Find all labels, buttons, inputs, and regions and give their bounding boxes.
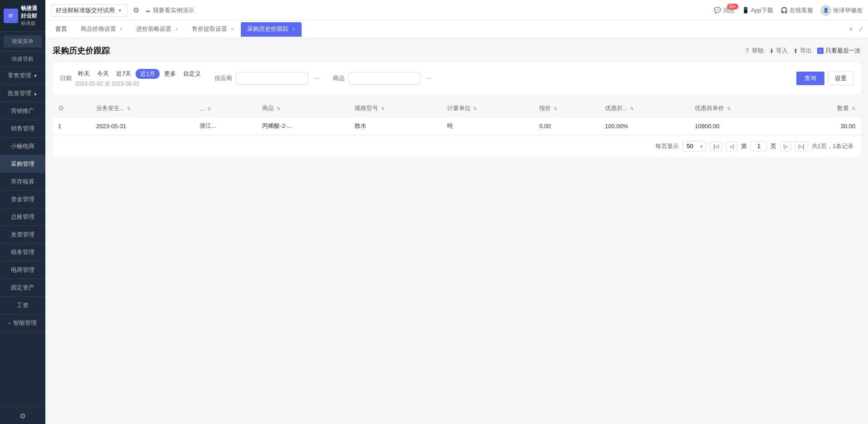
demo-button[interactable]: ☁ 我要看实例演示: [145, 6, 194, 14]
query-button[interactable]: 查询: [796, 72, 824, 85]
date-opt-yesterday[interactable]: 昨天: [75, 69, 93, 79]
sidebar-item-label: 批发管理: [8, 89, 31, 97]
import-label: 导入: [776, 47, 788, 55]
th-label: 商品: [262, 105, 274, 111]
last-page-button[interactable]: ▷|: [795, 141, 808, 151]
sidebar-item-label: 发票管理: [11, 231, 34, 239]
user-menu-button[interactable]: 👤 徐泽华修改: [820, 5, 863, 16]
date-opt-custom[interactable]: 自定义: [180, 69, 204, 79]
close-icon[interactable]: ×: [292, 26, 295, 32]
quick-nav-button[interactable]: 快捷导航: [0, 52, 45, 67]
sidebar-item-label: 智能管理: [13, 319, 37, 327]
th-product[interactable]: 商品 ⇅: [257, 100, 349, 117]
sidebar-item-ecommerce[interactable]: 电商管理: [0, 261, 45, 279]
sidebar-item-ai[interactable]: ● 智能管理: [0, 314, 45, 332]
tab-home[interactable]: 首页: [49, 22, 73, 37]
date-opt-1month[interactable]: 近1月: [136, 69, 160, 79]
sidebar-item-purchase[interactable]: 采购管理: [0, 155, 45, 173]
th-more1[interactable]: ... ⇅: [194, 100, 257, 117]
settings-icon[interactable]: ⚙: [20, 412, 26, 420]
product-input[interactable]: [348, 72, 421, 85]
sidebar-item-label: 库存核算: [11, 178, 34, 186]
app-label: App下载: [751, 6, 773, 14]
sidebar-item-label: 小畅电商: [11, 142, 34, 150]
sidebar-item-invoice[interactable]: 发票管理: [0, 226, 45, 244]
export-button[interactable]: ⬆ 导出: [793, 47, 812, 55]
date-label: 日期: [60, 74, 72, 82]
tab-purchase-strategy[interactable]: 进价策略设置 ×: [130, 22, 184, 37]
sidebar-item-label: 销售管理: [11, 125, 34, 133]
th-gear[interactable]: ⚙: [53, 100, 91, 117]
th-unit[interactable]: 计量单位 ⇅: [442, 100, 534, 117]
sidebar-item-wholesale[interactable]: 批发管理 ▲: [0, 85, 45, 102]
sidebar-bottom: ⚙: [0, 408, 45, 424]
filter-settings-button[interactable]: 设置: [828, 72, 853, 85]
product-dots[interactable]: ···: [424, 74, 434, 82]
expand-window-button[interactable]: ⤢: [858, 25, 864, 34]
close-icon[interactable]: ×: [175, 26, 178, 32]
next-page-button[interactable]: ▷: [780, 141, 791, 151]
supplier-dots[interactable]: ···: [312, 74, 322, 82]
filter-bar: 日期 昨天 今天 近7天 近1月 更多 自定义 2023-05-02 至 202…: [53, 63, 861, 94]
first-page-button[interactable]: |◁: [710, 141, 722, 151]
tab-sale-price[interactable]: 售价提取设置 ×: [185, 22, 240, 37]
only-last-checkbox[interactable]: ✓ 只看最后一次: [817, 47, 861, 55]
th-pre-discount-price[interactable]: 优惠前单价 ⇅: [689, 100, 795, 117]
supplier-input[interactable]: [236, 72, 308, 85]
sidebar-item-fixed-assets[interactable]: 固定资产: [0, 279, 45, 297]
import-button[interactable]: ⬇ 导入: [769, 47, 788, 55]
per-page-select[interactable]: 50 10 20 100: [683, 141, 706, 151]
sidebar-item-label: 工资: [17, 301, 29, 309]
service-label: 在线客服: [790, 6, 813, 14]
date-opt-today[interactable]: 今天: [94, 69, 112, 79]
tab-product-price[interactable]: 商品价格设置 ×: [74, 22, 129, 37]
sidebar-item-inventory[interactable]: 库存核算: [0, 173, 45, 191]
sidebar-item-finance[interactable]: 资金管理: [0, 191, 45, 208]
sidebar-item-payroll[interactable]: 工资: [0, 297, 45, 314]
close-window-button[interactable]: ×: [848, 24, 854, 34]
version-selector[interactable]: 好业财标准版交付试用 ▼: [51, 4, 127, 17]
th-quote[interactable]: 报价 ⇅: [534, 100, 599, 117]
th-label: 计量单位: [447, 105, 471, 111]
sidebar-item-ledger[interactable]: 总账管理: [0, 208, 45, 226]
sidebar-item-ecommerce-small[interactable]: 小畅电商: [0, 138, 45, 155]
sort-icon: ⇅: [207, 106, 211, 111]
date-opt-7days[interactable]: 近7天: [113, 69, 134, 79]
table-header-row: ⚙ 业务发生... ⇅ ... ⇅ 商品 ⇅: [53, 100, 861, 117]
export-icon: ⬆: [793, 48, 798, 54]
close-icon[interactable]: ×: [231, 26, 234, 32]
customer-service-button[interactable]: 🎧 在线客服: [780, 6, 813, 14]
th-spec[interactable]: 规格型号 ⇅: [349, 100, 442, 117]
message-button[interactable]: 💬 消息 99+: [714, 6, 735, 14]
sidebar-item-tax[interactable]: 税务管理: [0, 244, 45, 261]
topbar: 好业财标准版交付试用 ▼ ⚙ ☁ 我要看实例演示 💬 消息 99+ 📱 App下…: [45, 0, 868, 21]
sort-icon: ⇅: [127, 106, 131, 111]
sidebar-item-marketing[interactable]: 营销推广: [0, 102, 45, 120]
only-last-label: 只看最后一次: [825, 47, 861, 55]
search-menu-button[interactable]: 搜索菜单: [4, 35, 42, 48]
per-page-label: 每页显示: [655, 142, 679, 150]
tab-purchase-history[interactable]: 采购历史价跟踪 ×: [241, 22, 301, 37]
app-download-button[interactable]: 📱 App下载: [742, 6, 773, 14]
sort-icon: ⇅: [852, 106, 855, 111]
sidebar-item-label: 采购管理: [11, 160, 34, 168]
prev-page-button[interactable]: ◁: [726, 141, 737, 151]
gear-icon: ⚙: [58, 104, 64, 112]
app-icon: 📱: [742, 7, 749, 14]
sort-icon: ⇅: [381, 106, 385, 111]
date-opt-more[interactable]: 更多: [161, 69, 179, 79]
page-number-input[interactable]: [751, 141, 767, 151]
data-table: ⚙ 业务发生... ⇅ ... ⇅ 商品 ⇅: [53, 100, 861, 135]
th-quantity[interactable]: 数量 ⇅: [795, 100, 861, 117]
close-icon[interactable]: ×: [120, 26, 122, 32]
cell-index: 1: [53, 117, 91, 135]
settings-icon[interactable]: ⚙: [133, 6, 139, 14]
chevron-down-icon: ▼: [33, 73, 38, 78]
sidebar-item-retail[interactable]: 零售管理 ▼: [0, 67, 45, 85]
th-biz-date[interactable]: 业务发生... ⇅: [91, 100, 194, 117]
sidebar-item-sales[interactable]: 销售管理: [0, 120, 45, 138]
topbar-right: 💬 消息 99+ 📱 App下载 🎧 在线客服 👤 徐泽华修改: [714, 5, 863, 16]
chevron-up-icon: ▲: [33, 91, 38, 96]
th-discount[interactable]: 优惠折... ⇅: [600, 100, 690, 117]
help-button[interactable]: ？ 帮助: [744, 47, 764, 55]
